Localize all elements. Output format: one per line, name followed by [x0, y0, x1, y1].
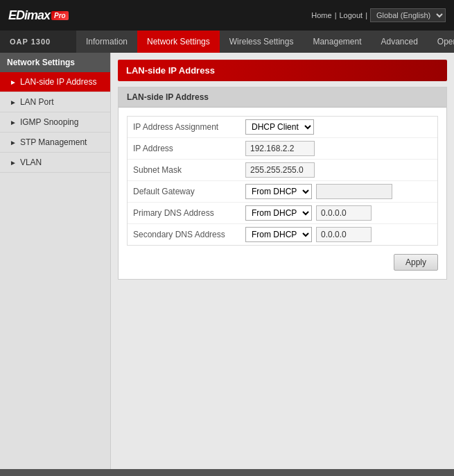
header-right: Home | Logout | Global (English) Chinese…	[311, 8, 446, 22]
home-link[interactable]: Home	[311, 11, 331, 19]
value-ip-address-assignment: DHCP Client Static IP	[245, 117, 314, 137]
row-secondary-dns: Secondary DNS Address From DHCP Manual	[128, 224, 437, 245]
footer: Copyright 2017 © EDIMAX Technology Co., …	[0, 469, 454, 476]
row-default-gateway: Default Gateway From DHCP Manual	[128, 181, 437, 203]
logout-link[interactable]: Logout	[339, 11, 363, 19]
sidebar-item-vlan[interactable]: ► VLAN	[0, 153, 110, 173]
label-secondary-dns: Secondary DNS Address	[128, 226, 245, 243]
button-row: Apply	[127, 254, 438, 271]
label-ip-address: IP Address	[128, 140, 245, 157]
select-primary-dns[interactable]: From DHCP Manual	[245, 205, 312, 221]
label-subnet-mask: Subnet Mask	[128, 162, 245, 178]
logo-area: EDimax Pro	[8, 8, 69, 23]
select-ip-address-assignment[interactable]: DHCP Client Static IP	[245, 119, 314, 135]
nav-brand: OAP 1300	[0, 31, 76, 53]
sidebar-header: Network Settings	[0, 53, 110, 72]
arrow-icon: ►	[10, 119, 17, 126]
sidebar-item-igmp-snooping[interactable]: ► IGMP Snooping	[0, 112, 110, 133]
sidebar-item-lan-port[interactable]: ► LAN Port	[0, 92, 110, 112]
value-subnet-mask	[245, 160, 315, 180]
edimax-logo: EDimax	[8, 8, 50, 23]
content-panel: LAN-side IP Address IP Address Assignmen…	[118, 87, 447, 280]
row-primary-dns: Primary DNS Address From DHCP Manual	[128, 203, 437, 224]
nav-item-management[interactable]: Management	[303, 31, 371, 53]
arrow-icon: ►	[10, 78, 17, 86]
panel-body: IP Address Assignment DHCP Client Static…	[119, 108, 446, 279]
header: EDimax Pro Home | Logout | Global (Engli…	[0, 0, 454, 31]
pro-badge: Pro	[51, 11, 69, 20]
label-primary-dns: Primary DNS Address	[128, 205, 245, 221]
sep2: |	[365, 11, 367, 19]
value-secondary-dns: From DHCP Manual	[245, 224, 372, 245]
arrow-icon: ►	[10, 99, 17, 106]
nav-item-advanced[interactable]: Advanced	[371, 31, 427, 53]
input-primary-dns-value[interactable]	[316, 205, 372, 221]
select-secondary-dns[interactable]: From DHCP Manual	[245, 227, 312, 242]
sidebar-item-stp-management[interactable]: ► STP Management	[0, 133, 110, 153]
page-title: LAN-side IP Address	[118, 60, 447, 81]
panel-header: LAN-side IP Address	[119, 87, 446, 108]
input-ip-address[interactable]	[245, 141, 315, 156]
arrow-icon: ►	[10, 139, 17, 146]
row-ip-address: IP Address	[128, 138, 437, 160]
row-ip-address-assignment: IP Address Assignment DHCP Client Static…	[128, 117, 437, 138]
apply-button[interactable]: Apply	[394, 254, 438, 271]
value-ip-address	[245, 138, 315, 159]
label-ip-address-assignment: IP Address Assignment	[128, 119, 245, 135]
select-default-gateway[interactable]: From DHCP Manual	[245, 184, 312, 199]
language-select[interactable]: Global (English) Chinese Japanese	[370, 8, 446, 22]
value-primary-dns: From DHCP Manual	[245, 203, 372, 223]
nav-item-operation-mode[interactable]: Operation Mode	[428, 31, 454, 53]
row-subnet-mask: Subnet Mask	[128, 160, 437, 181]
input-secondary-dns-value[interactable]	[316, 227, 372, 242]
sidebar: Network Settings ► LAN-side IP Address ►…	[0, 53, 111, 469]
sidebar-item-lan-side-ip[interactable]: ► LAN-side IP Address	[0, 72, 110, 92]
form-container: IP Address Assignment DHCP Client Static…	[127, 116, 438, 246]
nav-item-information[interactable]: Information	[76, 31, 137, 53]
content-area: LAN-side IP Address LAN-side IP Address …	[111, 53, 454, 469]
sep1: |	[335, 11, 337, 19]
value-default-gateway: From DHCP Manual	[245, 181, 392, 202]
nav-items: Information Network Settings Wireless Se…	[76, 31, 454, 53]
nav-item-network-settings[interactable]: Network Settings	[137, 31, 220, 53]
navbar: OAP 1300 Information Network Settings Wi…	[0, 31, 454, 53]
input-subnet-mask[interactable]	[245, 162, 315, 178]
arrow-icon: ►	[10, 159, 17, 167]
input-default-gateway-manual[interactable]	[316, 184, 392, 199]
nav-item-wireless-settings[interactable]: Wireless Settings	[220, 31, 304, 53]
label-default-gateway: Default Gateway	[128, 183, 245, 200]
main-layout: Network Settings ► LAN-side IP Address ►…	[0, 53, 454, 469]
